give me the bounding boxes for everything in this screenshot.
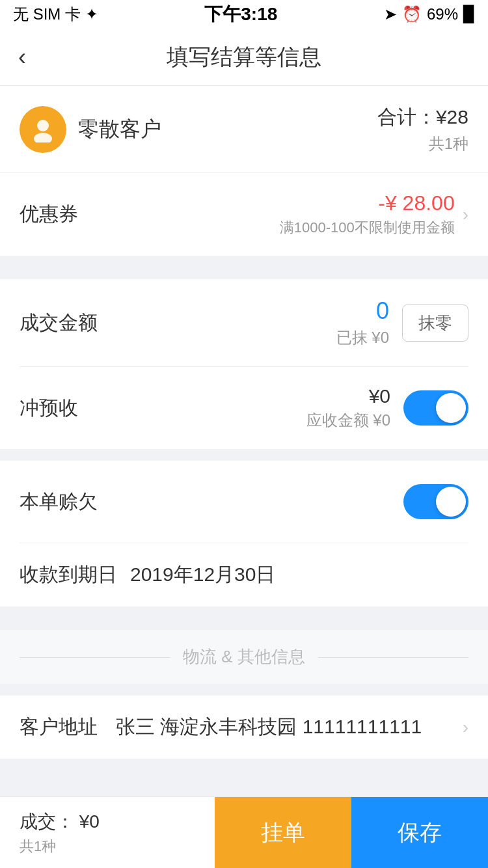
status-time: 下午3:18 <box>204 2 277 27</box>
battery-label: 69% <box>427 5 458 23</box>
bottom-info: 成交： ¥0 共1种 <box>0 797 215 868</box>
bottom-trans-label: 成交： <box>20 811 74 832</box>
logistics-label: 物流 & 其他信息 <box>170 645 318 668</box>
address-label: 客户地址 <box>20 714 98 740</box>
transaction-row: 成交金额 0 已抹 ¥0 抹零 <box>20 279 468 367</box>
battery-icon: ▉ <box>463 5 475 23</box>
debt-section: 本单赊欠 收款到期日 2019年12月30日 <box>0 461 488 606</box>
pre-receive-label: 冲预收 <box>20 395 78 422</box>
divider-2 <box>0 449 488 461</box>
logistics-divider <box>0 618 488 630</box>
coupon-amount: -¥ 28.00 <box>280 191 455 215</box>
pre-receive-toggle[interactable] <box>403 390 468 426</box>
sim-label: 无 SIM 卡 ✦ <box>13 4 98 25</box>
coupon-right: -¥ 28.00 满1000-100不限制使用金额 › <box>280 191 468 237</box>
bottom-trans-value: ¥0 <box>79 811 100 832</box>
status-bar: 无 SIM 卡 ✦ 下午3:18 ➤ ⏰ 69% ▉ <box>0 0 488 29</box>
customer-section: 零散客户 合计：¥28 共1种 优惠券 -¥ 28.00 满1000-100不限… <box>0 86 488 256</box>
divider-1 <box>0 267 488 279</box>
address-value: 张三 海淀永丰科技园 11111111111 <box>116 714 456 740</box>
coupon-value: -¥ 28.00 满1000-100不限制使用金额 <box>280 191 455 237</box>
back-button[interactable]: ‹ <box>18 44 26 71</box>
location-icon: ➤ <box>384 5 397 23</box>
round-button[interactable]: 抹零 <box>402 305 468 342</box>
page-title: 填写结算等信息 <box>167 42 321 72</box>
due-date-value: 2019年12月30日 <box>130 562 275 588</box>
pre-receive-right: ¥0 应收金额 ¥0 <box>306 385 468 431</box>
address-section: 客户地址 张三 海淀永丰科技园 11111111111 › <box>0 696 488 759</box>
due-date-label: 收款到期日 <box>20 562 117 588</box>
coupon-label: 优惠券 <box>20 201 78 228</box>
nav-bar: ‹ 填写结算等信息 <box>0 29 488 86</box>
save-button[interactable]: 保存 <box>351 797 488 868</box>
status-right: ➤ ⏰ 69% ▉ <box>384 5 475 23</box>
pre-receive-row: 冲预收 ¥0 应收金额 ¥0 <box>20 367 468 449</box>
due-date-row: 收款到期日 2019年12月30日 <box>20 543 468 606</box>
trans-input-area: 0 已抹 ¥0 抹零 <box>336 297 468 348</box>
customer-row: 零散客户 合计：¥28 共1种 <box>0 86 488 172</box>
avatar <box>20 106 66 153</box>
pre-sub: 应收金额 ¥0 <box>306 410 390 431</box>
bottom-bar: 成交： ¥0 共1种 挂单 保存 <box>0 796 488 868</box>
pre-amount: ¥0 <box>306 385 390 407</box>
address-chevron-icon: › <box>463 717 468 738</box>
logistics-header: 物流 & 其他信息 <box>0 630 488 684</box>
bottom-trans: 成交： ¥0 <box>20 809 195 834</box>
customer-left: 零散客户 <box>20 106 161 153</box>
customer-right: 合计：¥28 共1种 <box>377 104 468 154</box>
coupon-desc: 满1000-100不限制使用金额 <box>280 218 455 237</box>
total-amount: 合计：¥28 <box>377 104 468 131</box>
pre-value-area: ¥0 应收金额 ¥0 <box>306 385 390 431</box>
coupon-row[interactable]: 优惠券 -¥ 28.00 满1000-100不限制使用金额 › <box>0 172 488 256</box>
debt-row: 本单赊欠 <box>20 461 468 543</box>
svg-point-1 <box>34 133 52 142</box>
debt-label: 本单赊欠 <box>20 489 98 515</box>
transaction-section: 成交金额 0 已抹 ¥0 抹零 冲预收 ¥0 应收金额 ¥0 <box>0 279 488 449</box>
debt-toggle[interactable] <box>403 484 468 519</box>
trans-value[interactable]: 0 <box>336 297 389 325</box>
bottom-count: 共1种 <box>20 837 195 856</box>
address-row[interactable]: 客户地址 张三 海淀永丰科技园 11111111111 › <box>20 696 468 759</box>
total-count: 共1种 <box>377 133 468 154</box>
hold-button[interactable]: 挂单 <box>215 797 351 868</box>
trans-value-block: 0 已抹 ¥0 <box>336 297 389 348</box>
coupon-chevron-icon: › <box>463 204 468 225</box>
customer-name: 零散客户 <box>78 115 161 144</box>
trans-label: 成交金额 <box>20 310 98 336</box>
alarm-icon: ⏰ <box>402 5 422 23</box>
svg-point-0 <box>37 120 49 131</box>
status-left: 无 SIM 卡 ✦ <box>13 4 98 25</box>
trans-sub: 已抹 ¥0 <box>336 327 389 348</box>
